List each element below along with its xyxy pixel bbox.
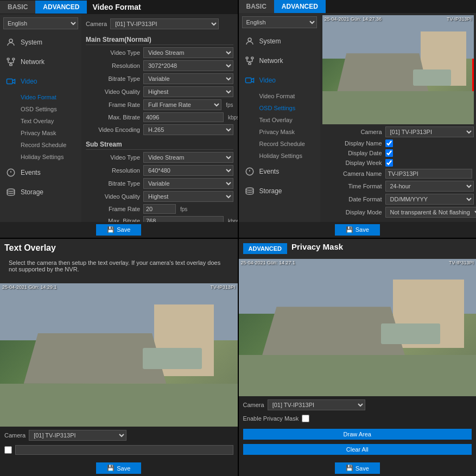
ss-bitratetype-select[interactable]: Variable — [143, 178, 233, 189]
sub-holiday-tl[interactable]: Holiday Settings — [21, 151, 81, 163]
ss-quality-select[interactable]: Highest — [143, 191, 233, 202]
sidebar-video-tr[interactable]: Video — [239, 71, 320, 90]
save-button-tr[interactable]: 💾 Save — [335, 224, 380, 236]
camera-feed-overlay-left-bl: 25-04-2021 Gün: 14:29:1 — [2, 284, 57, 290]
draw-area-button[interactable]: Draw Area — [243, 429, 472, 440]
ss-framerate-input[interactable] — [143, 204, 176, 214]
sidebar-network-tr[interactable]: Network — [239, 51, 320, 71]
ms-resolution-label: Resolution — [86, 62, 140, 69]
sub-text-tr[interactable]: Text Overlay — [259, 114, 320, 126]
sidebar-events-tr[interactable]: Events — [239, 162, 320, 181]
panel-title-tl: Video Format — [87, 0, 237, 14]
main-area-tl: Camera [01] TV-IP313PI Main Stream(Norma… — [81, 14, 238, 222]
pm-camera-select[interactable]: [01] TV-IP313PI — [268, 399, 365, 410]
ss-resolution-select[interactable]: 640*480 — [143, 165, 233, 176]
tab-basic-tl[interactable]: BASIC — [0, 1, 35, 14]
text-overlay-desc: Select the camera then setup the text ov… — [4, 257, 233, 275]
panel-osd-settings: BASIC ADVANCED English System — [239, 0, 477, 238]
osd-displayweek-check[interactable] — [385, 159, 393, 167]
ms-resolution-row: Resolution 3072*2048 — [86, 60, 233, 71]
to-text-input[interactable] — [15, 445, 233, 455]
ms-bitrate-label: Max. Bitrate — [86, 114, 140, 120]
ms-quality-label: Video Quality — [86, 88, 140, 95]
ss-bitrate-unit: kbps — [228, 218, 238, 222]
sidebar-network-label-tl: Network — [21, 58, 45, 66]
main-area-tr: 25-04-2021 Gün: 14:27:36 TV-IP313PI Came… — [320, 13, 477, 222]
sidebar-video-tl[interactable]: Video — [0, 72, 81, 91]
ss-bitratetype-label: Bitrate Type — [86, 180, 140, 187]
sub-video-format-tl[interactable]: Video Format — [21, 91, 81, 103]
ms-encoding-select[interactable]: H.265 — [143, 124, 233, 135]
ms-bitrate-input[interactable] — [143, 112, 224, 122]
osd-displayname-check[interactable] — [385, 139, 393, 147]
sub-record-tl[interactable]: Record Schedule — [21, 139, 81, 151]
sidebar-system-tr[interactable]: System — [239, 31, 320, 51]
pm-enable-row: Enable Privacy Mask — [243, 415, 472, 422]
sub-video-format-tr[interactable]: Video Format — [259, 90, 320, 102]
pm-enable-check[interactable] — [302, 415, 309, 422]
network-icon-tl — [5, 56, 16, 67]
to-text-check[interactable] — [4, 446, 12, 454]
panel-content-tr: English System Network — [239, 13, 477, 222]
ms-framerate-unit: fps — [226, 102, 233, 108]
tab-advanced-tr[interactable]: ADVANCED — [274, 0, 326, 13]
save-button-tl[interactable]: 💾 Save — [96, 224, 141, 236]
sidebar-events-tl[interactable]: Events — [0, 163, 81, 182]
ms-resolution-select[interactable]: 3072*2048 — [143, 60, 233, 71]
privacy-title: Privacy Mask — [291, 242, 343, 251]
osd-displaydate-check[interactable] — [385, 149, 393, 157]
save-button-br[interactable]: 💾 Save — [335, 462, 380, 474]
ms-quality-select[interactable]: Highest — [143, 86, 233, 97]
sidebar-network-tl[interactable]: Network — [0, 52, 81, 72]
sidebar-storage-tl[interactable]: Storage — [0, 182, 81, 202]
sub-privacy-tl[interactable]: Privacy Mask — [21, 127, 81, 139]
language-select-tl[interactable]: English — [3, 17, 78, 29]
svg-rect-1 — [7, 58, 9, 60]
panel-video-format: BASIC ADVANCED Video Format English Syst… — [0, 0, 238, 238]
tab-bar-tr: BASIC ADVANCED — [239, 0, 477, 13]
tab-advanced-tl[interactable]: ADVANCED — [35, 1, 87, 14]
ms-framerate-select[interactable]: Full Frame Rate — [143, 99, 221, 110]
sub-privacy-tr[interactable]: Privacy Mask — [259, 126, 320, 138]
sub-osd-tr[interactable]: OSD Settings — [259, 102, 320, 114]
osd-dateformat-select[interactable]: DD/MM/YYYY — [385, 194, 474, 205]
tab-basic-tr[interactable]: BASIC — [239, 0, 274, 13]
sidebar-storage-label-tl: Storage — [21, 188, 43, 196]
camera-feed-br: 25-04-2021 Gün: 14:27:1 TV-IP313PI — [239, 259, 477, 397]
ms-videotype-row: Video Type Video Stream — [86, 47, 233, 58]
clear-all-button[interactable]: Clear All — [243, 444, 472, 455]
camera-select-tl[interactable]: [01] TV-IP313PI — [110, 18, 219, 29]
scene-car-br — [381, 323, 440, 344]
ss-videotype-select[interactable]: Video Stream — [143, 152, 233, 163]
language-select-tr[interactable]: English — [242, 16, 317, 28]
sub-record-tr[interactable]: Record Schedule — [259, 138, 320, 150]
save-button-bl[interactable]: 💾 Save — [96, 462, 141, 474]
camera-feed-overlay-left-tr: 25-04-2021 Gün: 14:27:36 — [325, 16, 382, 22]
panel-text-overlay: Text Overlay Select the camera then setu… — [0, 239, 238, 477]
osd-cameraname-input[interactable] — [385, 169, 472, 179]
sidebar-storage-tr[interactable]: Storage — [239, 181, 320, 201]
sub-text-tl[interactable]: Text Overlay — [21, 115, 81, 127]
ms-bitratetype-select[interactable]: Variable — [143, 73, 233, 84]
tab-advanced-br[interactable]: ADVANCED — [243, 243, 288, 254]
sidebar-system-tl[interactable]: System — [0, 33, 81, 52]
text-overlay-controls: Camera [01] TV-IP313PI — [0, 427, 238, 460]
storage-icon-tr — [244, 186, 255, 196]
text-overlay-header: Text Overlay Select the camera then setu… — [0, 239, 238, 283]
osd-form: Camera [01] TV-IP313PI Display Name Disp… — [322, 126, 474, 220]
ms-bitrate-row: Max. Bitrate kbps — [86, 112, 233, 122]
sub-holiday-tr[interactable]: Holiday Settings — [259, 150, 320, 162]
osd-displaymode-select[interactable]: Not transparent & Not flashing — [385, 207, 477, 218]
scene-wall-tr — [322, 91, 474, 124]
ms-videotype-select[interactable]: Video Stream — [143, 47, 233, 58]
panel-privacy-mask: ADVANCED Privacy Mask 25-04-2021 Gün: 14… — [239, 239, 477, 477]
main-stream-title: Main Stream(Normal) — [86, 36, 233, 45]
ss-quality-row: Video Quality Highest — [86, 191, 233, 202]
osd-timeformat-select[interactable]: 24-hour — [385, 181, 474, 192]
sidebar-storage-label-tr: Storage — [259, 187, 282, 195]
osd-camera-select[interactable]: [01] TV-IP313PI — [385, 126, 474, 137]
sub-osd-tl[interactable]: OSD Settings — [21, 103, 81, 115]
to-camera-select[interactable]: [01] TV-IP313PI — [29, 430, 126, 441]
system-icon-tl — [5, 37, 16, 48]
ss-bitrate-input[interactable] — [143, 216, 224, 222]
